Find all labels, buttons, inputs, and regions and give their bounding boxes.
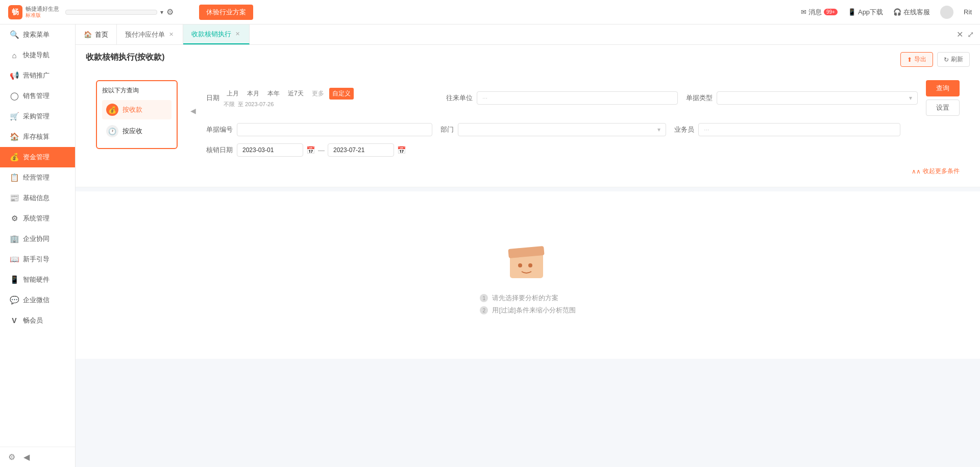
- partner-input[interactable]: ···: [477, 91, 678, 105]
- empty-state: 1 请先选择要分析的方案 2 用[过滤]条件来缩小分析范围: [76, 191, 980, 359]
- date-shortcuts: 上月 本月 本年 近7天 更多 自定义: [224, 88, 438, 100]
- sidebar-item-marketing[interactable]: 📢 营销推广: [0, 65, 75, 86]
- calendar-end-icon[interactable]: 📅: [397, 146, 406, 154]
- filter-row-3: 核销日期 📅 — 📅: [206, 143, 960, 157]
- refresh-btn[interactable]: ↻ 刷新: [937, 52, 970, 67]
- operation-icon: 📋: [10, 173, 19, 182]
- filter-right: 日期 上月 本月 本年 近7天 更多 自定义: [206, 80, 960, 179]
- sidebar-item-label: 销售管理: [23, 91, 50, 101]
- filter-query-box: 按以下方查询 💰 按收款 🕐 按应收: [96, 80, 178, 149]
- sidebar-item-basic-info[interactable]: 📰 基础信息: [0, 188, 75, 208]
- filter-option-by-receipt[interactable]: 💰 按收款: [102, 100, 172, 119]
- smart-hw-icon: 📱: [10, 275, 19, 284]
- date-no-limit: 不限: [224, 101, 235, 108]
- verify-date-end[interactable]: [328, 143, 394, 157]
- doc-type-select[interactable]: ▾: [717, 91, 918, 105]
- tab-receivable-close[interactable]: ✕: [234, 30, 241, 38]
- date-field: 日期 上月 本月 本年 近7天 更多 自定义: [206, 88, 438, 108]
- tab-home[interactable]: 🏠 首页: [76, 24, 117, 44]
- close-tab-btn[interactable]: ✕: [957, 30, 963, 39]
- date-separator: —: [318, 146, 325, 154]
- filter-collapse-btn[interactable]: ◀: [188, 95, 198, 126]
- sidebar-item-vip[interactable]: V 畅会员: [0, 310, 75, 331]
- sidebar-item-quick-nav[interactable]: ⌂ 快捷导航: [0, 45, 75, 65]
- filter-option-receivable-label: 按应收: [122, 127, 142, 136]
- gear-icon[interactable]: ⚙: [166, 7, 174, 17]
- settings-bottom-icon[interactable]: ⚙: [8, 452, 15, 462]
- dept-select[interactable]: ▾: [458, 123, 667, 136]
- date-this-month[interactable]: 本月: [244, 88, 262, 100]
- doc-no-input[interactable]: [237, 123, 432, 136]
- tab-receivable[interactable]: 收款核销执行 ✕: [183, 24, 250, 44]
- logo-icon: 畅: [8, 5, 22, 19]
- sidebar-item-purchase[interactable]: 🛒 采购管理: [0, 106, 75, 127]
- filter-settings-btn[interactable]: 设置: [926, 100, 960, 116]
- date-custom[interactable]: 自定义: [329, 88, 354, 100]
- sidebar-item-enterprise[interactable]: 🏢 企业协同: [0, 229, 75, 249]
- tab-home-label: 首页: [95, 30, 108, 39]
- sidebar-item-label: 基础信息: [23, 193, 50, 203]
- app-download[interactable]: 📱 App下载: [848, 8, 883, 17]
- tab-receivable-label: 收款核销执行: [191, 30, 231, 39]
- dropdown-icon[interactable]: ▾: [160, 9, 163, 16]
- header-search-box[interactable]: [65, 10, 157, 15]
- msg-badge: 99+: [824, 9, 838, 15]
- filter-option-by-receivable[interactable]: 🕐 按应收: [102, 121, 172, 141]
- sales-icon: ◯: [10, 91, 19, 101]
- query-btn[interactable]: 查询: [926, 80, 960, 96]
- purchase-icon: 🛒: [10, 112, 19, 121]
- hint-text-2: 用[过滤]条件来缩小分析范围: [492, 306, 575, 315]
- refresh-icon: ↻: [944, 56, 949, 63]
- sidebar-item-inventory[interactable]: 🏠 库存核算: [0, 127, 75, 147]
- content-area: 🏠 首页 预付冲应付单 ✕ 收款核销执行 ✕ ✕ ⤢ 收款核销执行(按收款): [76, 24, 980, 467]
- msg-icon: ✉: [801, 8, 806, 16]
- staff-label: 业务员: [674, 125, 694, 134]
- filter-option-receipt-label: 按收款: [122, 105, 142, 114]
- sidebar-item-label: 智能硬件: [23, 275, 50, 284]
- top-header: 畅 畅捷通好生意 标准版 ▾ ⚙ 休验行业方案 ✉ 消息 99+ 📱 App下载…: [0, 0, 980, 24]
- svg-point-3: [528, 263, 532, 267]
- export-btn[interactable]: ⬆ 导出: [900, 52, 933, 67]
- date-to: 至 2023-07-26: [238, 101, 274, 108]
- date-7days[interactable]: 近7天: [285, 88, 307, 100]
- phone-icon: 📱: [848, 8, 856, 16]
- user-avatar[interactable]: [940, 6, 953, 19]
- sidebar-item-label: 资金管理: [23, 153, 50, 162]
- sidebar-item-beginner[interactable]: 📖 新手引导: [0, 249, 75, 269]
- partner-field: 往来单位 ···: [446, 91, 678, 105]
- industry-btn[interactable]: 休验行业方案: [199, 5, 253, 20]
- date-this-year[interactable]: 本年: [264, 88, 283, 100]
- app-logo: 畅 畅捷通好生意 标准版: [8, 5, 59, 19]
- receivable-icon: 🕐: [106, 125, 118, 137]
- sidebar-item-sales[interactable]: ◯ 销售管理: [0, 86, 75, 106]
- online-service[interactable]: 🎧 在线客服: [893, 8, 930, 17]
- collapse-more-btn[interactable]: ∧∧ 收起更多条件: [206, 164, 960, 179]
- sidebar-item-smart-hw[interactable]: 📱 智能硬件: [0, 269, 75, 290]
- tab-prepay[interactable]: 预付冲应付单 ✕: [117, 24, 183, 44]
- empty-icon: [502, 232, 553, 283]
- sidebar-item-label: 采购管理: [23, 112, 50, 121]
- sidebar-item-search-menu[interactable]: 🔍 搜索菜单: [0, 24, 75, 45]
- verify-date-start[interactable]: [237, 143, 303, 157]
- sidebar-item-label: 新手引导: [23, 255, 50, 264]
- date-last-month[interactable]: 上月: [224, 88, 242, 100]
- sidebar-item-label: 畅会员: [23, 316, 43, 325]
- sidebar-item-corp-wechat[interactable]: 💬 企业微信: [0, 290, 75, 310]
- expand-tab-btn[interactable]: ⤢: [967, 30, 974, 39]
- sidebar-item-system[interactable]: ⚙ 系统管理: [0, 208, 75, 229]
- receipt-icon: 💰: [106, 104, 118, 116]
- calendar-start-icon[interactable]: 📅: [306, 146, 315, 154]
- empty-hints: 1 请先选择要分析的方案 2 用[过滤]条件来缩小分析范围: [480, 293, 575, 318]
- sidebar-item-operation[interactable]: 📋 经营管理: [0, 167, 75, 188]
- headset-icon: 🎧: [893, 8, 901, 16]
- tab-prepay-close[interactable]: ✕: [168, 30, 175, 39]
- dept-field: 部门 ▾: [440, 123, 667, 136]
- date-range: 不限 至 2023-07-26: [224, 101, 438, 108]
- page-header: 收款核销执行(按收款) ⬆ 导出 ↻ 刷新: [76, 45, 980, 187]
- sidebar-item-capital[interactable]: 💰 资金管理: [0, 147, 75, 167]
- staff-input[interactable]: ···: [698, 123, 900, 136]
- collapse-sidebar-icon[interactable]: ◀: [23, 452, 30, 462]
- empty-box-svg: [502, 235, 553, 281]
- msg-item[interactable]: ✉ 消息 99+: [801, 8, 838, 17]
- date-more[interactable]: 更多: [309, 88, 327, 100]
